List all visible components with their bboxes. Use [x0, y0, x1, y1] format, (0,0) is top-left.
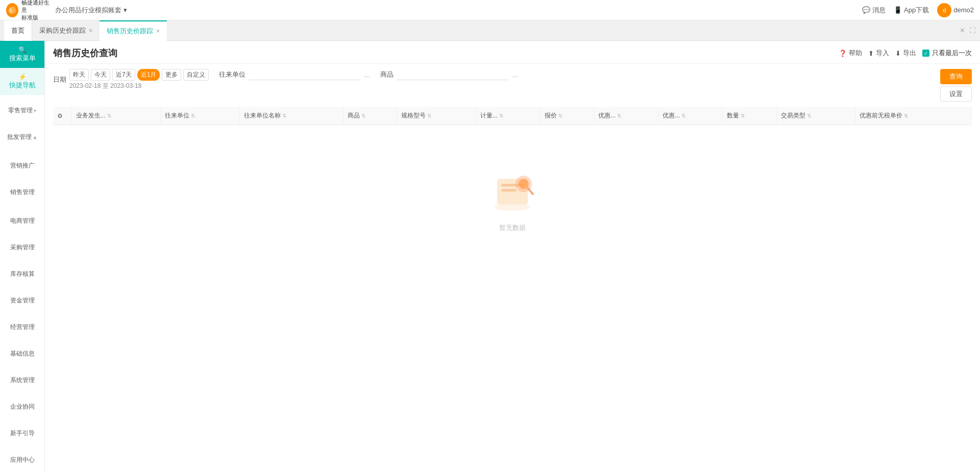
basic-info-label: 基础信息 — [10, 349, 35, 358]
phone-icon: 📱 — [894, 6, 902, 14]
export-btn[interactable]: ⬇ 导出 — [895, 49, 916, 58]
content-area: 销售历史价查询 ❓ 帮助 ⬆ 导入 ⬇ 导出 — [45, 41, 980, 472]
purchase-history-close-btn[interactable]: × — [89, 27, 92, 34]
action-buttons: 查询 设置 — [940, 69, 972, 102]
tab-bar: 首页 采购历史价跟踪 × 销售历史价跟踪 × ✕ ⛶ — [0, 20, 980, 41]
search-button[interactable]: 查询 — [940, 69, 972, 84]
top-bar-right: 💬 消息 📱 App下载 d demo2 — [862, 3, 974, 17]
th-partner-code: 往来单位 ⇅ — [161, 107, 239, 125]
tab-home[interactable]: 首页 — [4, 20, 32, 41]
sidebar-item-system-mgmt[interactable]: 系统管理 — [0, 367, 44, 393]
th-discount2: 优惠... ⇅ — [658, 107, 723, 125]
sort-icon-discount1[interactable]: ⇅ — [617, 113, 621, 119]
sidebar-item-marketing[interactable]: 营销推广 — [0, 152, 44, 179]
gear-icon[interactable]: ⚙ — [57, 112, 63, 120]
th-unit: 计量... ⇅ — [476, 107, 540, 125]
system-mgmt-label: 系统管理 — [10, 376, 35, 385]
date-btn-yesterday[interactable]: 昨天 — [69, 69, 89, 81]
partner-input[interactable] — [249, 69, 361, 80]
home-tab-label: 首页 — [11, 26, 24, 35]
sidebar-item-inventory[interactable]: 库存核算 — [0, 261, 44, 287]
partner-dots[interactable]: ... — [364, 70, 370, 79]
retail-arrow: ▾ — [34, 108, 36, 113]
sidebar: 🔍 搜索菜单 ⚡ 快捷导航 零售管理 ▾ 批发管理 ▲ 营销推广 销售管理 电商… — [0, 41, 45, 472]
sidebar-item-search-menu[interactable]: 🔍 搜索菜单 — [0, 41, 44, 68]
sort-icon-unit[interactable]: ⇅ — [499, 113, 503, 119]
product-dots[interactable]: ... — [512, 70, 518, 79]
logo-icon: 6 — [6, 3, 18, 17]
sort-icon-spec[interactable]: ⇅ — [427, 113, 431, 119]
sort-icon-discount2[interactable]: ⇅ — [681, 113, 685, 119]
sort-icon-quantity[interactable]: ⇅ — [741, 113, 745, 119]
app-center-label: 应用中心 — [10, 456, 35, 464]
page-header: 销售历史价查询 ❓ 帮助 ⬆ 导入 ⬇ 导出 — [45, 41, 980, 64]
ecommerce-label: 电商管理 — [10, 217, 35, 225]
only-last-checkbox[interactable] — [922, 50, 929, 57]
sort-icon-pretax-price[interactable]: ⇅ — [904, 113, 908, 119]
fullscreen-icon[interactable]: ⛶ — [969, 27, 976, 34]
sales-history-close-btn[interactable]: × — [156, 28, 160, 35]
sort-icon-quote[interactable]: ⇅ — [558, 113, 562, 119]
svg-line-8 — [528, 188, 533, 194]
operations-label: 经营管理 — [10, 323, 35, 332]
product-input[interactable] — [397, 69, 509, 80]
user-area[interactable]: d demo2 — [937, 3, 974, 17]
filter-bar: 日期 昨天 今天 近7天 近1月 更多 自定义 2023-02-18 至 202… — [45, 64, 980, 107]
date-btn-1month[interactable]: 近1月 — [137, 69, 160, 81]
svg-rect-5 — [501, 189, 517, 192]
table-header-row: ⚙ 业务发生... ⇅ 往来单位 — [53, 107, 972, 125]
tab-sales-history[interactable]: 销售历史价跟踪 × — [100, 20, 167, 41]
template-selector[interactable]: 办公用品行业模拟账套 ▾ — [55, 6, 127, 15]
th-discount1: 优惠... ⇅ — [594, 107, 658, 125]
retail-label: 零售管理 — [8, 106, 33, 115]
search-menu-label: 搜索菜单 — [2, 54, 42, 63]
th-biz-date: 业务发生... ⇅ — [71, 107, 161, 125]
help-btn[interactable]: ❓ 帮助 — [839, 49, 862, 58]
sort-icon-product[interactable]: ⇅ — [361, 113, 365, 119]
sidebar-item-ecommerce[interactable]: 电商管理 — [0, 207, 44, 234]
logo-text: 畅捷通好生意 标准版 — [21, 0, 51, 21]
sort-icon-partner-code[interactable]: ⇅ — [191, 113, 195, 119]
date-btn-more[interactable]: 更多 — [162, 69, 181, 81]
date-btn-custom[interactable]: 自定义 — [183, 69, 209, 81]
close-all-icon[interactable]: ✕ — [960, 27, 965, 34]
main-layout: 🔍 搜索菜单 ⚡ 快捷导航 零售管理 ▾ 批发管理 ▲ 营销推广 销售管理 电商… — [0, 41, 980, 472]
sort-icon-partner-name[interactable]: ⇅ — [282, 113, 286, 119]
app-download-btn[interactable]: 📱 App下载 — [894, 6, 929, 15]
sidebar-item-sales-mgmt[interactable]: 销售管理 — [0, 179, 44, 205]
only-last-checkbox-group[interactable]: 只看最后一次 — [922, 49, 972, 58]
date-btn-today[interactable]: 今天 — [91, 69, 110, 81]
page-title: 销售历史价查询 — [53, 47, 117, 59]
sidebar-item-retail-mgmt[interactable]: 零售管理 ▾ — [0, 97, 44, 124]
date-btn-7days[interactable]: 近7天 — [112, 69, 135, 81]
finance-label: 资金管理 — [10, 296, 35, 305]
import-btn[interactable]: ⬆ 导入 — [868, 49, 889, 58]
wholesale-arrow: ▲ — [33, 134, 38, 140]
sidebar-item-operations[interactable]: 经营管理 — [0, 314, 44, 340]
sales-history-tab-label: 销售历史价跟踪 — [107, 27, 153, 36]
sidebar-item-quick-nav[interactable]: ⚡ 快捷导航 — [0, 68, 44, 95]
enterprise-label: 企业协同 — [10, 403, 35, 411]
sidebar-item-purchase-mgmt[interactable]: 采购管理 — [0, 234, 44, 261]
th-trade-type: 交易类型 ⇅ — [776, 107, 855, 125]
settings-button[interactable]: 设置 — [940, 86, 972, 102]
sidebar-item-enterprise[interactable]: 企业协同 — [0, 393, 44, 420]
tab-purchase-history[interactable]: 采购历史价跟踪 × — [32, 20, 100, 41]
table-container: ⚙ 业务发生... ⇅ 往来单位 — [45, 107, 980, 273]
marketing-label: 营销推广 — [10, 161, 35, 170]
sort-icon-biz-date[interactable]: ⇅ — [107, 113, 111, 119]
empty-state: 暂无数据 — [53, 125, 972, 273]
th-pretax-price: 优惠前无税单价 ⇅ — [855, 107, 972, 125]
sort-icon-trade-type[interactable]: ⇅ — [807, 113, 811, 119]
wholesale-label: 批发管理 — [7, 133, 32, 141]
date-range-display: 2023-02-18 至 2023-03-18 — [69, 82, 209, 90]
sidebar-item-guide[interactable]: 新手引导 — [0, 420, 44, 446]
sidebar-item-basic-info[interactable]: 基础信息 — [0, 340, 44, 367]
sidebar-item-finance[interactable]: 资金管理 — [0, 287, 44, 314]
th-partner-name: 往来单位名称 ⇅ — [239, 107, 343, 125]
message-btn[interactable]: 💬 消息 — [862, 6, 886, 15]
sidebar-item-app-center[interactable]: 应用中心 — [0, 446, 44, 472]
sidebar-item-wholesale-mgmt[interactable]: 批发管理 ▲ — [0, 124, 44, 150]
svg-text:6: 6 — [9, 7, 13, 13]
th-quote: 报价 ⇅ — [540, 107, 594, 125]
